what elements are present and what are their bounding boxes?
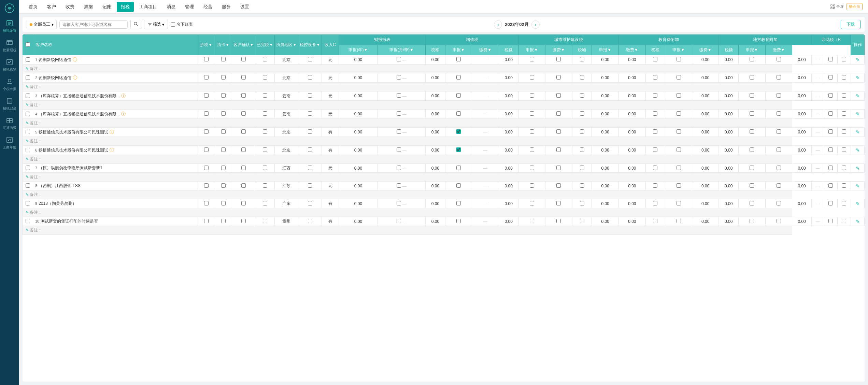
edit-icon[interactable]: ✎ <box>856 111 860 117</box>
vip-btn[interactable]: 畅会员 <box>846 3 863 10</box>
customer-name: 7（原）误删勿改李艳牙测试斯套新1 <box>33 164 198 173</box>
nav-settings[interactable]: 设置 <box>236 2 253 12</box>
search-input[interactable] <box>59 20 128 29</box>
local-edu-col-3: 0.00 <box>792 110 812 119</box>
table-row: 1勿删新锐网络通信 ⓘ北京元0.00 —0.00—0.000.000.000.0… <box>23 55 865 65</box>
select-all-checkbox[interactable] <box>26 42 30 47</box>
filter-button[interactable]: 筛选 ▾ <box>144 20 168 29</box>
note-pencil-icon[interactable]: ✎ <box>26 139 29 143</box>
edit-icon[interactable]: ✎ <box>856 147 860 153</box>
sidebar-item-tax-records[interactable]: 报税记录 <box>0 94 19 114</box>
warning-icon[interactable]: ⓘ <box>120 93 126 98</box>
sidebar-item-batch-tax[interactable]: 批量报税 <box>0 36 19 55</box>
sidebar-item-personal-tax[interactable]: 个税申报 <box>0 75 19 94</box>
employee-select[interactable]: 全部员工 ▾ <box>27 20 57 29</box>
operations[interactable]: ✎ <box>851 199 865 208</box>
th-financial-report: 财报报表 <box>339 35 426 45</box>
note-pencil-icon[interactable]: ✎ <box>26 157 29 161</box>
note-pencil-icon[interactable]: ✎ <box>26 103 29 107</box>
nav-home[interactable]: 首页 <box>25 2 42 12</box>
operations[interactable]: ✎ <box>851 91 865 101</box>
operations[interactable]: ✎ <box>851 217 865 226</box>
operations[interactable]: ✎ <box>851 110 865 119</box>
operations[interactable]: ✎ <box>851 146 865 155</box>
named-list-checkbox[interactable]: 名下账表 <box>171 22 193 27</box>
copy-tax <box>198 73 215 83</box>
stamp-col-1 <box>824 164 837 173</box>
tax-records-icon <box>5 97 14 105</box>
edit-icon[interactable]: ✎ <box>856 201 860 206</box>
sidebar-item-settlement[interactable]: 汇算清缴 <box>0 114 19 133</box>
content: 全部员工 ▾ 筛选 ▾ 名下账表 ‹ 2023年0 <box>19 14 868 385</box>
note-pencil-icon[interactable]: ✎ <box>26 175 29 179</box>
stamp-col-0: — <box>811 91 824 101</box>
svg-point-22 <box>134 22 137 25</box>
edu-col-0: 0.00 <box>619 110 646 119</box>
search-button[interactable] <box>130 20 141 29</box>
tax-device <box>298 164 322 173</box>
nav-services[interactable]: 服务 <box>218 2 235 12</box>
sidebar-item-tax-settings[interactable]: 报税设置 <box>0 16 19 36</box>
nav-invoices[interactable]: 票据 <box>80 2 97 12</box>
fullscreen-btn[interactable]: 全屏 <box>830 4 844 9</box>
th-city-pay: 缴费▼ <box>545 45 572 55</box>
edit-icon[interactable]: ✎ <box>856 75 860 81</box>
note-pencil-icon[interactable]: ✎ <box>26 228 29 232</box>
edu-col-3: 0.00 <box>692 164 719 173</box>
operations[interactable]: ✎ <box>851 164 865 173</box>
sidebar-item-annual-report[interactable]: 工商年报 <box>0 133 19 153</box>
note-pencil-icon[interactable]: ✎ <box>26 192 29 197</box>
th-income: 收入C <box>322 35 339 55</box>
city-declare <box>518 146 545 155</box>
stamp-col-0: — <box>811 55 824 65</box>
svg-rect-5 <box>7 41 12 45</box>
nav-messages[interactable]: 消息 <box>162 2 180 12</box>
note-pencil-icon[interactable]: ✎ <box>26 121 29 125</box>
stamp-col-1 <box>824 146 837 155</box>
nav-bookkeeping[interactable]: 记账 <box>98 2 115 12</box>
row-number <box>23 199 33 208</box>
nav-tax[interactable]: 报税 <box>117 2 134 12</box>
download-button[interactable]: 下载 <box>841 20 860 29</box>
operations[interactable]: ✎ <box>851 55 865 65</box>
edit-icon[interactable]: ✎ <box>856 219 860 224</box>
th-local-edu: 地方教育附加 <box>719 35 811 45</box>
operations[interactable]: ✎ <box>851 182 865 190</box>
customer-name: 5畅捷通信息技术股份有限公司民珠测试 ⓘ <box>33 128 198 137</box>
warning-icon[interactable]: ⓘ <box>108 129 114 134</box>
note-pencil-icon[interactable]: ✎ <box>26 67 29 71</box>
nav-fees[interactable]: 收费 <box>61 2 79 12</box>
nav-operations[interactable]: 经营 <box>199 2 216 12</box>
warning-icon[interactable]: ⓘ <box>71 75 77 80</box>
next-month-button[interactable]: › <box>531 20 540 29</box>
nav-management[interactable]: 管理 <box>181 2 198 12</box>
note-cell: ✎ 备注： <box>23 226 792 235</box>
warning-icon[interactable]: ⓘ <box>108 147 114 153</box>
table-row: 5畅捷通信息技术股份有限公司民珠测试 ⓘ北京有0.00 —0.00—0.000.… <box>23 128 865 137</box>
edit-icon[interactable]: ✎ <box>856 93 860 99</box>
operations[interactable]: ✎ <box>851 73 865 83</box>
named-list-check[interactable] <box>171 22 175 27</box>
local-edu-col-1 <box>739 73 766 83</box>
table-row: 8（勿删）江西股金-LSS江苏元0.00 —0.00—0.000.000.000… <box>23 182 865 190</box>
note-row: ✎ 备注： <box>23 173 865 182</box>
nav-customers[interactable]: 客户 <box>43 2 60 12</box>
nav-business[interactable]: 工商项目 <box>135 2 161 12</box>
edit-icon[interactable]: ✎ <box>856 183 860 189</box>
sidebar-label-settlement: 汇算清缴 <box>3 126 16 130</box>
edu-col-0: 0.00 <box>619 146 646 155</box>
city-amount <box>572 110 592 119</box>
edit-icon[interactable]: ✎ <box>856 129 860 135</box>
operations[interactable]: ✎ <box>851 128 865 137</box>
warning-icon[interactable]: ⓘ <box>120 111 126 116</box>
main-table: 客户名称 抄税▼ 清卡▼ 客户确认▼ 已完税▼ 所属地区▼ 税控设备▼ 收入C … <box>23 34 865 235</box>
vat-pay: — <box>472 199 499 208</box>
note-pencil-icon[interactable]: ✎ <box>26 85 29 89</box>
edit-icon[interactable]: ✎ <box>856 166 860 171</box>
note-pencil-icon[interactable]: ✎ <box>26 210 29 214</box>
sidebar-item-tax-overview[interactable]: 报税总览 <box>0 55 19 75</box>
local-edu-col-3: 0.00 <box>792 91 812 101</box>
edit-icon[interactable]: ✎ <box>856 57 860 62</box>
prev-month-button[interactable]: ‹ <box>494 20 502 29</box>
warning-icon[interactable]: ⓘ <box>71 57 77 62</box>
